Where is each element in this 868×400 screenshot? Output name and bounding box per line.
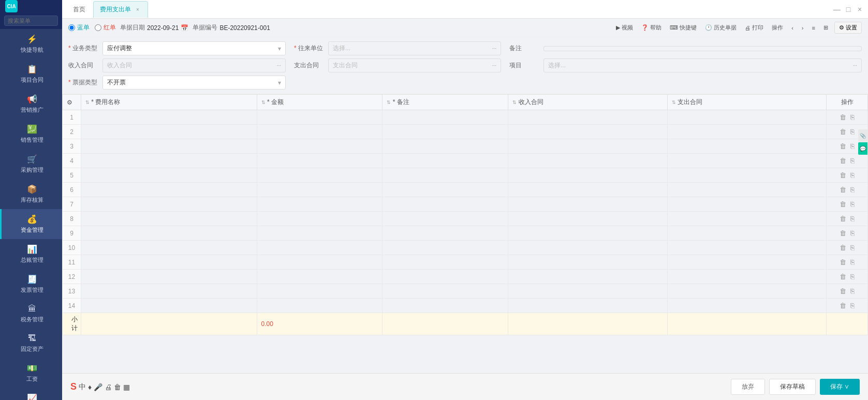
prev-btn[interactable]: ‹ — [789, 24, 796, 32]
next-btn[interactable]: › — [800, 24, 806, 32]
maximize-btn[interactable]: □ — [844, 5, 852, 13]
income-contract-cell-6[interactable] — [508, 183, 667, 197]
expense-name-cell-8[interactable] — [81, 212, 257, 226]
expense-name-cell-2[interactable] — [81, 125, 257, 139]
expense-contract-cell-4[interactable] — [667, 154, 826, 168]
expense-contract-cell-3[interactable] — [667, 139, 826, 154]
expense-contract-cell-2[interactable] — [667, 125, 826, 139]
delete-icon-10[interactable]: 🗑 — [840, 244, 846, 251]
sidebar-item-salary[interactable]: 💵 工资 — [0, 358, 62, 388]
expense-name-cell-14[interactable] — [81, 299, 257, 313]
expense-name-cell-3[interactable] — [81, 139, 257, 154]
calendar-icon[interactable]: 📅 — [181, 24, 188, 32]
amount-cell-11[interactable] — [257, 255, 382, 270]
invoice-type-select[interactable]: 不开票 ▾ — [102, 76, 286, 90]
expense-name-cell-7[interactable] — [81, 197, 257, 212]
sidebar-item-invoice-mgmt[interactable]: 🧾 发票管理 — [0, 269, 62, 299]
copy-icon-10[interactable]: ⎘ — [850, 244, 855, 251]
tab-close-icon[interactable]: × — [134, 6, 141, 13]
green-attach-icon[interactable]: 💬 — [858, 142, 867, 155]
income-contract-input[interactable]: 收入合同 ··· — [102, 58, 286, 72]
copy-icon-14[interactable]: ⎘ — [850, 302, 855, 309]
income-contract-cell-4[interactable] — [508, 154, 667, 168]
sidebar-item-inventory[interactable]: 📦 库存核算 — [0, 179, 62, 209]
print-btn[interactable]: 🖨 打印 — [743, 23, 766, 33]
remark-cell-1[interactable] — [382, 110, 508, 125]
amount-cell-3[interactable] — [257, 139, 382, 154]
delete-icon-8[interactable]: 🗑 — [840, 215, 846, 223]
delete-icon-14[interactable]: 🗑 — [840, 302, 846, 309]
list-view-btn[interactable]: ≡ — [810, 24, 817, 32]
delete-icon-5[interactable]: 🗑 — [840, 171, 846, 179]
income-contract-cell-2[interactable] — [508, 125, 667, 139]
remark-cell-11[interactable] — [382, 255, 508, 270]
delete-icon-2[interactable]: 🗑 — [840, 128, 846, 136]
project-ellipsis[interactable]: ··· — [853, 63, 857, 68]
delete-icon-1[interactable]: 🗑 — [840, 113, 846, 121]
income-contract-cell-7[interactable] — [508, 197, 667, 212]
delete-icon-7[interactable]: 🗑 — [840, 200, 846, 208]
remark-cell-9[interactable] — [382, 226, 508, 241]
remark-cell-14[interactable] — [382, 299, 508, 313]
income-contract-cell-12[interactable] — [508, 270, 667, 284]
expense-contract-cell-6[interactable] — [667, 183, 826, 197]
expense-name-cell-12[interactable] — [81, 270, 257, 284]
income-contract-cell-10[interactable] — [508, 241, 667, 255]
copy-icon-2[interactable]: ⎘ — [850, 128, 855, 136]
amount-cell-2[interactable] — [257, 125, 382, 139]
col-gear[interactable]: ⚙ — [63, 95, 81, 110]
expense-contract-cell-7[interactable] — [667, 197, 826, 212]
expense-name-cell-4[interactable] — [81, 154, 257, 168]
income-contract-cell-1[interactable] — [508, 110, 667, 125]
expense-name-cell-10[interactable] — [81, 241, 257, 255]
remark-cell-5[interactable] — [382, 168, 508, 183]
income-contract-cell-5[interactable] — [508, 168, 667, 183]
expense-contract-cell-11[interactable] — [667, 255, 826, 270]
copy-icon-9[interactable]: ⎘ — [850, 229, 855, 237]
sort-icon-1[interactable]: ⇅ — [85, 100, 90, 105]
tab-home[interactable]: 首页 — [66, 1, 92, 18]
expense-name-cell-9[interactable] — [81, 226, 257, 241]
shortcut-btn[interactable]: ⌨ 快捷键 — [668, 23, 699, 33]
tab-expense[interactable]: 费用支出单 × — [93, 1, 148, 18]
sidebar-item-quick-nav[interactable]: ⚡ 快捷导航 — [0, 29, 62, 59]
expense-contract-ellipsis[interactable]: ··· — [492, 63, 496, 68]
remark-cell-10[interactable] — [382, 241, 508, 255]
copy-icon-6[interactable]: ⎘ — [850, 186, 855, 194]
income-contract-cell-13[interactable] — [508, 284, 667, 299]
income-contract-cell-14[interactable] — [508, 299, 667, 313]
expense-contract-cell-5[interactable] — [667, 168, 826, 183]
expense-contract-cell-1[interactable] — [667, 110, 826, 125]
amount-cell-10[interactable] — [257, 241, 382, 255]
sort-icon-3[interactable]: ⇅ — [387, 100, 391, 105]
delete-icon-11[interactable]: 🗑 — [840, 258, 846, 266]
remark-cell-13[interactable] — [382, 284, 508, 299]
delete-icon-12[interactable]: 🗑 — [840, 273, 846, 280]
expense-name-cell-1[interactable] — [81, 110, 257, 125]
ops-btn[interactable]: 操作 — [770, 23, 785, 33]
expense-name-cell-5[interactable] — [81, 168, 257, 183]
copy-icon-8[interactable]: ⎘ — [850, 215, 855, 223]
sidebar-item-project-contract[interactable]: 📋 项目合同 — [0, 59, 62, 89]
remark-input[interactable] — [543, 46, 862, 51]
expense-contract-cell-12[interactable] — [667, 270, 826, 284]
income-contract-cell-8[interactable] — [508, 212, 667, 226]
remark-cell-8[interactable] — [382, 212, 508, 226]
amount-cell-5[interactable] — [257, 168, 382, 183]
help-btn[interactable]: ❓ 帮助 — [639, 23, 664, 33]
expense-contract-cell-10[interactable] — [667, 241, 826, 255]
sidebar-item-marketing[interactable]: 📢 营销推广 — [0, 89, 62, 119]
copy-icon-7[interactable]: ⎘ — [850, 200, 855, 208]
minimize-btn[interactable]: — — [833, 5, 841, 13]
radio-blue-input[interactable] — [68, 24, 75, 31]
attach-icon[interactable]: 📎 — [858, 129, 867, 142]
expense-name-cell-6[interactable] — [81, 183, 257, 197]
copy-icon-1[interactable]: ⎘ — [850, 113, 855, 121]
income-contract-cell-3[interactable] — [508, 139, 667, 154]
amount-cell-7[interactable] — [257, 197, 382, 212]
remark-cell-4[interactable] — [382, 154, 508, 168]
copy-icon-13[interactable]: ⎘ — [850, 287, 855, 295]
sidebar-item-purchase-mgmt[interactable]: 🛒 采购管理 — [0, 149, 62, 179]
delete-icon-6[interactable]: 🗑 — [840, 186, 846, 194]
copy-icon-4[interactable]: ⎘ — [850, 157, 855, 165]
